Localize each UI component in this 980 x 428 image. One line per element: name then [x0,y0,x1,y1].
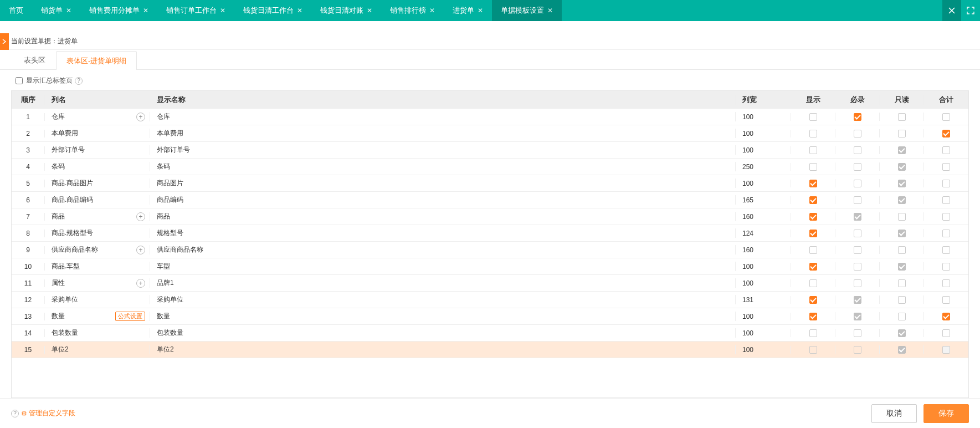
cell-display-name[interactable]: 商品编码 [150,195,736,205]
checkbox[interactable] [809,196,817,204]
checkbox[interactable] [942,213,950,221]
cell-width[interactable]: 160 [736,246,791,254]
tab-close-icon[interactable]: ✕ [297,7,302,14]
checkbox[interactable] [809,146,817,154]
app-tab[interactable]: 销货单✕ [32,0,80,21]
app-tab[interactable]: 进货单✕ [444,0,492,21]
cell-display-name[interactable]: 规格型号 [150,228,736,238]
cell-display-name[interactable]: 外部订单号 [150,145,736,155]
tab-close-icon[interactable]: ✕ [478,7,483,14]
fullscreen-button[interactable] [961,0,980,21]
checkbox[interactable] [809,346,817,354]
tab-close-icon[interactable]: ✕ [547,7,553,14]
table-row[interactable]: 8商品.规格型号规格型号124 [12,225,968,242]
tab-header-area[interactable]: 表头区 [13,50,56,69]
checkbox[interactable] [942,163,950,171]
cell-width[interactable]: 100 [736,329,791,337]
manage-custom-fields-link[interactable]: ? ⚙ 管理自定义字段 [11,409,75,418]
cell-width[interactable]: 100 [736,279,791,287]
tab-close-icon[interactable]: ✕ [143,7,148,14]
cell-display-name[interactable]: 商品 [150,212,736,221]
formula-settings-button[interactable]: 公式设置 [115,312,145,321]
app-tab[interactable]: 钱货日清工作台✕ [234,0,311,21]
checkbox[interactable] [809,263,817,271]
app-tab[interactable]: 销售费用分摊单✕ [80,0,157,21]
table-row[interactable]: 6商品.商品编码商品编码165 [12,192,968,208]
add-icon[interactable]: + [136,279,145,288]
table-row[interactable]: 15单位2单位2100 [12,342,968,358]
checkbox[interactable] [942,146,950,154]
cell-width[interactable]: 250 [736,163,791,171]
checkbox[interactable] [809,279,817,287]
checkbox[interactable] [942,329,950,337]
checkbox[interactable] [809,163,817,171]
checkbox[interactable] [942,196,950,204]
checkbox[interactable] [942,296,950,304]
cell-width[interactable]: 100 [736,130,791,137]
checkbox[interactable] [898,163,906,171]
checkbox[interactable] [854,180,861,187]
table-row[interactable]: 11属性+品牌1100 [12,275,968,292]
checkbox[interactable] [942,180,950,187]
checkbox[interactable] [854,246,861,254]
close-all-tabs-button[interactable] [942,0,961,21]
checkbox[interactable] [809,230,817,237]
cell-display-name[interactable]: 车型 [150,262,736,271]
checkbox[interactable] [898,113,906,121]
checkbox[interactable] [854,263,861,271]
checkbox[interactable] [809,130,817,137]
app-tab[interactable]: 钱货日清对账✕ [311,0,381,21]
cell-width[interactable]: 100 [736,113,791,121]
cell-display-name[interactable]: 仓库 [150,112,736,121]
checkbox[interactable] [854,130,861,137]
table-row[interactable]: 5商品.商品图片商品图片100 [12,175,968,192]
checkbox[interactable] [809,296,817,304]
checkbox[interactable] [942,279,950,287]
cell-display-name[interactable]: 数量 [150,312,736,321]
table-row[interactable]: 9供应商商品名称+供应商商品名称160 [12,242,968,258]
checkbox[interactable] [809,313,817,320]
checkbox[interactable] [854,230,861,237]
cell-width[interactable]: 100 [736,263,791,271]
checkbox[interactable] [942,263,950,271]
tab-close-icon[interactable]: ✕ [367,7,372,14]
tab-close-icon[interactable]: ✕ [429,7,435,14]
cell-width[interactable]: 160 [736,213,791,221]
checkbox[interactable] [809,180,817,187]
cell-width[interactable]: 131 [736,296,791,304]
checkbox[interactable] [898,246,906,254]
cell-display-name[interactable]: 供应商商品名称 [150,245,736,254]
cell-width[interactable]: 165 [736,196,791,204]
cell-width[interactable]: 124 [736,230,791,237]
checkbox[interactable] [898,313,906,320]
expand-handle[interactable] [0,33,9,50]
cell-width[interactable]: 100 [736,346,791,354]
app-tab[interactable]: 首页 [0,0,32,21]
cell-display-name[interactable]: 包装数量 [150,328,736,338]
checkbox[interactable] [854,163,861,171]
add-icon[interactable]: + [136,246,145,254]
checkbox[interactable] [809,213,817,221]
checkbox[interactable] [898,146,906,154]
checkbox[interactable] [809,113,817,121]
show-summary-checkbox[interactable] [16,77,23,84]
table-row[interactable]: 10商品.车型车型100 [12,258,968,275]
add-icon[interactable]: + [136,113,145,121]
cell-display-name[interactable]: 本单费用 [150,129,736,138]
app-tab[interactable]: 单据模板设置✕ [492,0,562,21]
checkbox[interactable] [854,329,861,337]
cell-width[interactable]: 100 [736,313,791,320]
table-row[interactable]: 14包装数量包装数量100 [12,325,968,342]
checkbox[interactable] [854,113,861,121]
checkbox[interactable] [898,196,906,204]
cell-display-name[interactable]: 条码 [150,162,736,171]
tab-close-icon[interactable]: ✕ [220,7,225,14]
cell-display-name[interactable]: 品牌1 [150,278,736,288]
cell-width[interactable]: 100 [736,180,791,187]
cell-width[interactable]: 100 [736,146,791,154]
checkbox[interactable] [898,230,906,237]
checkbox[interactable] [898,329,906,337]
app-tab[interactable]: 销售排行榜✕ [381,0,444,21]
tab-close-icon[interactable]: ✕ [66,7,71,14]
table-row[interactable]: 4条码条码250 [12,159,968,175]
